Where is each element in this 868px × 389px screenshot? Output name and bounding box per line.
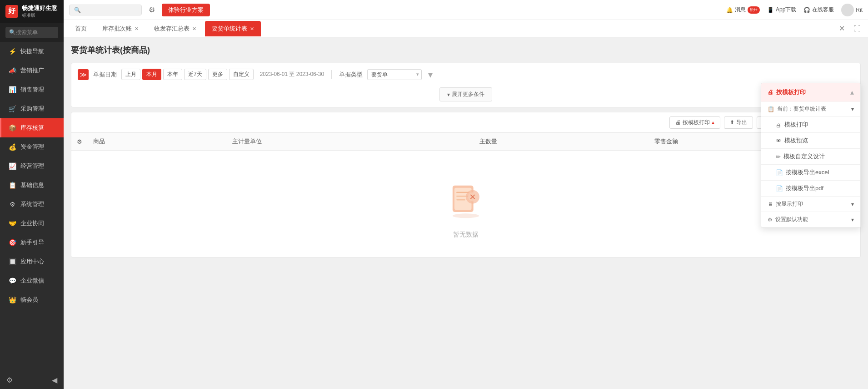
- settings-small-icon: ⚙: [768, 217, 773, 223]
- date-btn-last-month[interactable]: 上月: [121, 69, 140, 80]
- sidebar-item-label: 营销推广: [20, 66, 44, 75]
- order-type-label: 单据类型: [339, 71, 363, 79]
- close-icon[interactable]: ✕: [192, 26, 196, 31]
- template-print-btn[interactable]: 🖨 按模板打印 ▴: [669, 116, 720, 129]
- app-download-label: App下载: [776, 6, 796, 14]
- display-print-icon: 🖥: [768, 201, 773, 207]
- date-btn-this-year[interactable]: 本年: [163, 69, 182, 80]
- basic-info-icon: 📋: [8, 181, 17, 190]
- order-type-select[interactable]: 要货单: [367, 69, 422, 80]
- sidebar-item-label: 销售管理: [20, 86, 44, 94]
- sales-icon: 📊: [8, 85, 17, 94]
- close-icon[interactable]: ✕: [250, 26, 254, 31]
- sidebar-search-input[interactable]: 🔍 搜索菜单: [5, 27, 58, 38]
- sidebar-item-operations[interactable]: 📈 经营管理: [0, 157, 64, 176]
- template-print-item-label: 模板打印: [784, 121, 808, 129]
- order-type-select-wrap[interactable]: 要货单: [367, 69, 422, 80]
- template-print-dropdown: 🖨 按模板打印 ▴ 📋 当前：要货单统计表 ▾ 🖨 模板打印: [761, 83, 861, 228]
- template-design-menu-item[interactable]: ✏ 模板自定义设计: [761, 149, 860, 164]
- data-table: ⚙ 商品 主计量单位 主数量 零售金额: [71, 133, 861, 258]
- sidebar-item-label: 畅会员: [20, 296, 38, 304]
- dropdown-template-design-item: ✏ 模板自定义设计: [761, 149, 860, 165]
- notifications-badge: 99+: [748, 6, 760, 14]
- current-template-header[interactable]: 📋 当前：要货单统计表 ▾: [761, 101, 860, 116]
- sidebar-item-wechat[interactable]: 💬 企业微信: [0, 271, 64, 290]
- export-pdf-menu-item[interactable]: 📄 按模板导出pdf: [761, 181, 860, 196]
- sidebar-item-label: 应用中心: [20, 258, 44, 266]
- column-settings-icon[interactable]: ⚙: [77, 138, 82, 145]
- sidebar-item-quick-nav[interactable]: ⚡ 快捷导航: [0, 42, 64, 61]
- online-service-label: 在线客服: [812, 6, 834, 14]
- sidebar-item-system[interactable]: ⚙ 系统管理: [0, 195, 64, 214]
- excel-icon: 📄: [776, 169, 783, 176]
- user-avatar-btn[interactable]: Rit: [841, 4, 863, 16]
- topbar-gear-btn[interactable]: ⚙: [145, 4, 158, 16]
- member-icon: 👑: [8, 295, 17, 304]
- headset-icon: 🎧: [803, 7, 810, 13]
- date-btn-7days[interactable]: 近7天: [184, 69, 206, 80]
- sidebar-item-label: 经营管理: [20, 162, 44, 170]
- filter-expand-icon[interactable]: ≫: [78, 69, 89, 80]
- sidebar-search-area[interactable]: 🔍 搜索菜单: [0, 23, 64, 42]
- display-print-label: 按显示打印: [776, 200, 803, 208]
- sidebar-footer: ⚙ ◀: [0, 371, 64, 389]
- default-function-header[interactable]: ⚙ 设置默认功能 ▾: [761, 212, 860, 227]
- design-icon: ✏: [776, 153, 781, 160]
- tab-home[interactable]: 首页: [68, 21, 94, 36]
- dropdown-close-btn[interactable]: ▴: [850, 88, 854, 96]
- export-label: 导出: [736, 119, 747, 126]
- tab-summary[interactable]: 收发存汇总表 ✕: [147, 21, 203, 36]
- sidebar-item-label: 库存核算: [20, 124, 44, 132]
- page-area: 要货单统计表(按商品) ≫ 单据日期 上月 本月 本年 近7天 更多 自定义 2…: [64, 37, 868, 389]
- date-btn-this-month[interactable]: 本月: [142, 69, 161, 80]
- template-preview-menu-item[interactable]: 👁 模板预览: [761, 133, 860, 148]
- filter-row: ≫ 单据日期 上月 本月 本年 近7天 更多 自定义 2023-06-01 至 …: [78, 69, 854, 80]
- app-center-icon: 🔲: [8, 257, 17, 266]
- app-logo-text: 畅捷通好生意 标准版: [22, 5, 57, 18]
- sidebar-item-basic-info[interactable]: 📋 基础信息: [0, 176, 64, 195]
- trial-btn[interactable]: 体验行业方案: [162, 4, 210, 16]
- online-service-btn[interactable]: 🎧 在线客服: [803, 6, 834, 14]
- sidebar-item-label: 基础信息: [20, 181, 44, 189]
- empty-text: 暂无数据: [453, 231, 479, 239]
- sidebar-item-member[interactable]: 👑 畅会员: [0, 290, 64, 309]
- export-btn[interactable]: ⬆ 导出: [724, 116, 753, 129]
- dropdown-template-preview-item: 👁 模板预览: [761, 133, 860, 149]
- date-btn-more[interactable]: 更多: [208, 69, 227, 80]
- topbar-search-box[interactable]: 🔍: [69, 5, 142, 15]
- notifications-label: 消息: [735, 6, 746, 14]
- sidebar-item-beginner[interactable]: 🎯 新手引导: [0, 233, 64, 252]
- export-excel-menu-item[interactable]: 📄 按模板导出excel: [761, 165, 860, 180]
- date-filter-label: 单据日期: [93, 71, 117, 79]
- tab-summary-label: 收发存汇总表: [154, 25, 190, 33]
- collapse-icon[interactable]: ◀: [52, 376, 57, 384]
- sidebar-item-purchase[interactable]: 🛒 采购管理: [0, 99, 64, 118]
- sidebar-item-inventory[interactable]: 📦 库存核算: [0, 118, 64, 137]
- sidebar-item-label: 资金管理: [20, 143, 44, 151]
- printer-small-icon: 🖨: [776, 121, 782, 128]
- expand-window-btn[interactable]: ⛶: [851, 22, 863, 35]
- close-icon[interactable]: ✕: [135, 26, 139, 31]
- chevron-down-icon: ▾: [851, 201, 854, 207]
- display-print-header[interactable]: 🖥 按显示打印 ▾: [761, 197, 860, 212]
- empty-state: 暂无数据: [71, 151, 860, 257]
- notifications-btn[interactable]: 🔔 消息 99+: [726, 6, 760, 14]
- app-download-btn[interactable]: 📱 App下载: [767, 6, 796, 14]
- template-print-menu-item[interactable]: 🖨 模板打印: [761, 117, 860, 132]
- sidebar-item-marketing[interactable]: 📣 营销推广: [0, 61, 64, 80]
- expand-more-conditions-btn[interactable]: ▾ 展开更多条件: [439, 87, 492, 101]
- sidebar-item-app-center[interactable]: 🔲 应用中心: [0, 252, 64, 271]
- settings-icon[interactable]: ⚙: [6, 376, 13, 384]
- tab-order-stats[interactable]: 要货单统计表 ✕: [205, 21, 261, 36]
- sidebar-nav: ⚡ 快捷导航 📣 营销推广 📊 销售管理 🛒 采购管理 📦 库存核算 💰 资金管…: [0, 42, 64, 371]
- dropdown-display-print-section: 🖥 按显示打印 ▾: [761, 197, 860, 212]
- tab-inventory-batch[interactable]: 库存批次账 ✕: [95, 21, 145, 36]
- close-window-btn[interactable]: ✕: [835, 22, 848, 35]
- export-icon: ⬆: [730, 119, 734, 126]
- date-btn-custom[interactable]: 自定义: [229, 69, 254, 80]
- search-icon: 🔍: [9, 29, 16, 35]
- sidebar-item-enterprise[interactable]: 🤝 企业协同: [0, 214, 64, 233]
- document-icon: 📋: [768, 106, 774, 112]
- sidebar-item-sales[interactable]: 📊 销售管理: [0, 80, 64, 99]
- sidebar-item-finance[interactable]: 💰 资金管理: [0, 137, 64, 157]
